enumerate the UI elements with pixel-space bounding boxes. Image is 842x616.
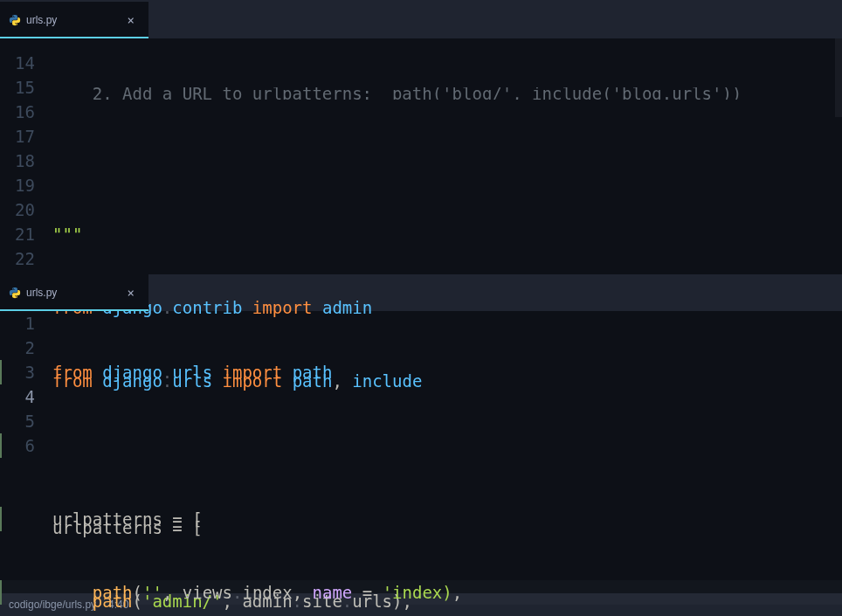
tab-label: urls.py (26, 14, 121, 26)
code-line-current[interactable]: path('', views.index, name = 'index), (52, 580, 842, 605)
tab-urls-bottom[interactable]: urls.py × (0, 274, 148, 311)
code-line[interactable] (52, 433, 842, 458)
partial-line-top: 2. Add a URL to urlpatterns: path('blog/… (52, 87, 842, 100)
python-icon (9, 287, 21, 299)
close-icon[interactable]: × (126, 286, 136, 300)
line-gutter: 1 2 3 4 5 6 (0, 311, 52, 543)
scrollbar[interactable] (833, 38, 842, 274)
editor-pane-top: urls.py × 14 15 16 17 18 19 20 21 22 23 … (0, 2, 842, 274)
code-line[interactable]: """ (52, 222, 842, 246)
editor-pane-bottom: urls.py × 1 2 3 4 5 6 from django.urls i… (0, 274, 842, 543)
code-line[interactable] (52, 149, 842, 173)
python-icon (9, 14, 21, 26)
code-editor-top[interactable]: 14 15 16 17 18 19 20 21 22 23 2. Add a U… (0, 38, 842, 274)
git-change-marker (0, 433, 2, 458)
tab-label: urls.py (26, 287, 121, 299)
code-line[interactable]: from django.urls import path (52, 360, 842, 384)
code-content-bottom[interactable]: from django.urls import path urlpatterns… (52, 311, 842, 543)
git-change-marker (0, 580, 2, 605)
line-gutter: 14 15 16 17 18 19 20 21 22 23 (0, 38, 52, 274)
tab-urls-top[interactable]: urls.py × (0, 2, 148, 38)
close-icon[interactable]: × (126, 13, 136, 27)
code-content-top[interactable]: 2. Add a URL to urlpatterns: path('blog/… (52, 38, 842, 274)
scroll-thumb[interactable] (835, 38, 842, 117)
tab-bar-top: urls.py × (0, 2, 842, 38)
git-change-marker (0, 360, 2, 384)
code-editor-bottom[interactable]: 1 2 3 4 5 6 from django.urls import path… (0, 311, 842, 543)
git-change-marker (0, 507, 2, 531)
code-line[interactable]: urlpatterns = [ (52, 507, 842, 531)
